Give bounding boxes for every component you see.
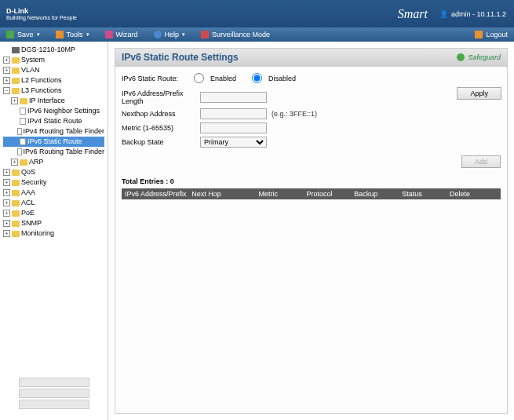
tree-arp[interactable]: +ARP bbox=[3, 157, 104, 167]
tree-qos[interactable]: +QoS bbox=[3, 167, 104, 177]
expand-icon[interactable]: + bbox=[3, 179, 10, 186]
main-layout: DGS-1210-10MP +System +VLAN +L2 Function… bbox=[0, 42, 514, 420]
nexthop-input[interactable] bbox=[200, 108, 267, 119]
wizard-icon bbox=[105, 31, 113, 38]
tree-vlan[interactable]: +VLAN bbox=[3, 65, 104, 75]
col-protocol: Protocol bbox=[306, 190, 354, 198]
smart-logo: Smart bbox=[398, 7, 428, 21]
app-header: D-Link Building Networks for People Smar… bbox=[0, 0, 514, 27]
tools-icon bbox=[56, 31, 64, 38]
expand-icon[interactable]: + bbox=[11, 159, 18, 166]
nexthop-hint: (e.g.: 3FFE::1) bbox=[272, 110, 317, 118]
folder-icon bbox=[12, 78, 20, 84]
folder-icon bbox=[12, 57, 20, 64]
folder-icon bbox=[12, 68, 20, 74]
nav-tree: DGS-1210-10MP +System +VLAN +L2 Function… bbox=[3, 45, 104, 239]
surveillance-button[interactable]: Surveillance Mode bbox=[201, 31, 270, 38]
chevron-down-icon: ▾ bbox=[182, 31, 185, 38]
expand-icon[interactable]: + bbox=[11, 97, 18, 104]
help-icon bbox=[154, 31, 162, 38]
expand-icon[interactable]: + bbox=[3, 199, 10, 206]
brand-logo: D-Link Building Networks for People bbox=[6, 8, 77, 20]
tree-ipv6neighbor[interactable]: IPv6 Neighbor Settings bbox=[3, 106, 104, 116]
folder-icon bbox=[12, 88, 20, 94]
metric-label: Metric (1-65535) bbox=[122, 124, 200, 132]
tree-ipv6rtf[interactable]: IPv6 Routing Table Finder bbox=[3, 147, 104, 157]
table-header: IPv6 Address/Prefix Next Hop Metric Prot… bbox=[122, 188, 501, 199]
device-image bbox=[3, 370, 104, 417]
tree-ipv4static[interactable]: IPv4 Static Route bbox=[3, 116, 104, 126]
col-status: Status bbox=[402, 190, 450, 198]
disabled-label[interactable]: Disabled bbox=[268, 75, 296, 82]
user-icon: 👤 bbox=[439, 10, 448, 18]
panel-header: IPv6 Static Route Settings Safeguard bbox=[115, 49, 507, 67]
admin-text: admin - 10.11.1.2 bbox=[451, 10, 506, 18]
tree-monitoring[interactable]: +Monitoring bbox=[3, 228, 104, 239]
safeguard-badge: Safeguard bbox=[457, 53, 501, 61]
tree-l2[interactable]: +L2 Functions bbox=[3, 75, 104, 86]
folder-icon bbox=[12, 200, 20, 206]
tree-l3[interactable]: −L3 Functions bbox=[3, 86, 104, 96]
col-metric: Metric bbox=[259, 190, 307, 198]
device-icon bbox=[12, 47, 20, 53]
expand-icon[interactable]: + bbox=[3, 220, 10, 227]
tree-ipv4rtf[interactable]: IPv4 Routing Table Finder bbox=[3, 126, 104, 137]
expand-icon[interactable]: + bbox=[3, 57, 10, 64]
panel-body: IPv6 Static Route: Enabled Disabled IPv6… bbox=[115, 67, 507, 206]
expand-icon[interactable]: + bbox=[3, 77, 10, 84]
backup-label: Backup State bbox=[122, 138, 200, 146]
expand-icon[interactable]: + bbox=[3, 230, 10, 237]
folder-icon bbox=[12, 170, 20, 176]
expand-icon[interactable]: + bbox=[3, 169, 10, 176]
save-menu[interactable]: Save▾ bbox=[6, 31, 40, 38]
tree-device[interactable]: DGS-1210-10MP bbox=[3, 45, 104, 55]
folder-icon bbox=[12, 190, 20, 196]
brand-name: D-Link bbox=[6, 8, 77, 15]
doc-icon bbox=[17, 148, 22, 155]
apply-button[interactable]: Apply bbox=[457, 87, 501, 100]
tree-ipv6static[interactable]: IPv6 Static Route bbox=[3, 137, 104, 147]
content-area: IPv6 Static Route Settings Safeguard IPv… bbox=[108, 42, 514, 420]
expand-icon[interactable]: + bbox=[3, 67, 10, 74]
folder-icon bbox=[12, 221, 20, 227]
tree-system[interactable]: +System bbox=[3, 55, 104, 65]
doc-icon bbox=[20, 138, 26, 145]
tree-poe[interactable]: +PoE bbox=[3, 208, 104, 218]
folder-icon bbox=[20, 98, 27, 104]
tools-menu[interactable]: Tools▾ bbox=[56, 31, 89, 38]
col-next: Next Hop bbox=[191, 190, 258, 198]
tree-aaa[interactable]: +AAA bbox=[3, 188, 104, 198]
shield-icon bbox=[457, 53, 465, 61]
admin-info: 👤 admin - 10.11.1.2 bbox=[439, 10, 506, 18]
tree-security[interactable]: +Security bbox=[3, 177, 104, 188]
logout-button[interactable]: Logout bbox=[475, 31, 508, 38]
addr-input[interactable] bbox=[200, 92, 267, 103]
tree-snmp[interactable]: +SNMP bbox=[3, 218, 104, 228]
add-button[interactable]: Add bbox=[461, 155, 501, 168]
col-addr: IPv6 Address/Prefix bbox=[125, 190, 191, 198]
backup-select[interactable]: Primary bbox=[200, 137, 267, 148]
collapse-icon[interactable]: − bbox=[3, 87, 10, 94]
doc-icon bbox=[17, 128, 22, 135]
doc-icon bbox=[20, 108, 26, 115]
folder-icon bbox=[12, 231, 20, 237]
wizard-button[interactable]: Wizard bbox=[105, 31, 138, 38]
col-delete: Delete bbox=[450, 190, 498, 198]
expand-icon[interactable]: + bbox=[3, 210, 10, 217]
sidebar: DGS-1210-10MP +System +VLAN +L2 Function… bbox=[0, 42, 108, 420]
tree-acl[interactable]: +ACL bbox=[3, 198, 104, 208]
toolbar: Save▾ Tools▾ Wizard Help▾ Surveillance M… bbox=[0, 27, 514, 42]
nexthop-label: Nexthop Address bbox=[122, 110, 200, 118]
help-menu[interactable]: Help▾ bbox=[154, 31, 186, 38]
disabled-radio[interactable] bbox=[252, 73, 262, 83]
route-enable-row: IPv6 Static Route: Enabled Disabled bbox=[122, 73, 501, 83]
doc-icon bbox=[20, 118, 26, 125]
expand-icon[interactable]: + bbox=[3, 189, 10, 196]
settings-panel: IPv6 Static Route Settings Safeguard IPv… bbox=[115, 48, 508, 414]
route-label: IPv6 Static Route: bbox=[122, 75, 178, 82]
save-icon bbox=[6, 31, 14, 38]
tree-ipif[interactable]: +IP Interface bbox=[3, 96, 104, 106]
metric-input[interactable] bbox=[200, 122, 267, 133]
enabled-radio[interactable] bbox=[194, 73, 204, 83]
enabled-label[interactable]: Enabled bbox=[210, 75, 236, 82]
